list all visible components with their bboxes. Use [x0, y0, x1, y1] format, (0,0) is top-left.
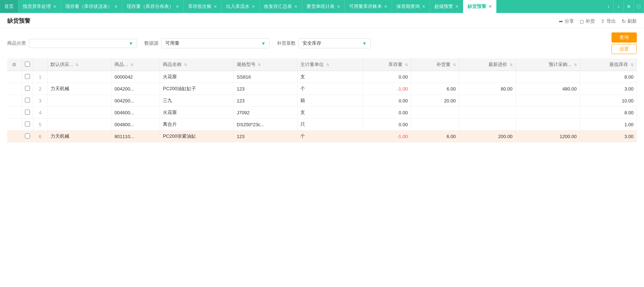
col-spec-sort[interactable]: ⇅ — [258, 63, 261, 67]
tab-close-order-stats[interactable]: ✕ — [337, 4, 340, 9]
tab-item-order-stats[interactable]: 要货单统计表✕ — [302, 0, 345, 13]
tab-close-all-btn[interactable]: ✕ — [624, 0, 634, 13]
replenish-button[interactable]: ◻ 补货 — [580, 18, 595, 25]
tab-label-expiry-query: 保质期查询 — [396, 3, 420, 10]
tab-close-inout-flow[interactable]: ✕ — [252, 4, 255, 9]
row-product-name-0: 火花塞 — [160, 71, 234, 83]
tab-close-inventory-dist[interactable]: ✕ — [176, 4, 179, 9]
col-spec-label: 规格型号 — [237, 62, 256, 67]
row-spec-0: SS816 — [234, 71, 297, 83]
tab-item-batch-account[interactable]: 库存批次账✕ — [184, 0, 222, 13]
tab-item-collect-summary[interactable]: 收发存汇总表✕ — [260, 0, 302, 13]
tab-close-overstock-warning[interactable]: ✕ — [455, 4, 458, 9]
row-unit-2: 箱 — [297, 95, 363, 107]
tab-item-inventory-status[interactable]: 现存量（库存状况表）✕ — [61, 0, 122, 13]
main-content: 缺货预警 ➦ 分享 ◻ 补货 ⇧ 导出 ↻ 刷新 商品分类 — [0, 13, 644, 287]
query-button[interactable]: 查询 — [612, 32, 637, 43]
row-checkbox-5[interactable] — [25, 133, 30, 138]
export-button[interactable]: ⇧ 导出 — [601, 18, 616, 25]
col-supplier-sort[interactable]: ⇅ — [75, 63, 78, 67]
tab-prev-btn[interactable]: ‹ — [604, 0, 614, 13]
row-stock-4: 0.00 — [363, 119, 411, 131]
row-stock-1: -1.00 — [363, 83, 411, 95]
share-button[interactable]: ➦ 分享 — [559, 18, 574, 25]
refresh-button[interactable]: ↻ 刷新 — [622, 18, 637, 25]
tab-item-shortage-warning[interactable]: 缺货预警✕ — [463, 0, 496, 13]
col-latest-price-header: 最新进价 ⇅ — [459, 58, 515, 71]
table-row: 4 004600... 火花塞 J7092 支 0.00 8.00 — [7, 107, 637, 119]
col-min-stock-label: 最低库存 — [609, 62, 628, 67]
col-product-code-header: 商品... ⇅ — [112, 58, 160, 71]
row-min-stock-1: 3.00 — [580, 83, 636, 95]
tab-close-collect-summary[interactable]: ✕ — [294, 4, 297, 9]
tab-label-inout-flow: 出入库流水 — [226, 3, 249, 10]
page-header: 缺货预警 ➦ 分享 ◻ 补货 ⇧ 导出 ↻ 刷新 — [0, 13, 644, 28]
tab-label-available-ledger: 可用量库存账本 — [349, 3, 382, 10]
row-checkbox-4[interactable] — [25, 122, 30, 127]
col-est-purchase-sort[interactable]: ⇅ — [574, 63, 577, 67]
tab-item-overstock-warning[interactable]: 超储预警✕ — [430, 0, 463, 13]
tab-close-inventory-status[interactable]: ✕ — [114, 4, 118, 9]
tab-close-shortage-warning[interactable]: ✕ — [488, 4, 492, 9]
row-product-name-3: 火花塞 — [160, 107, 234, 119]
tab-label-abnormal: 拣货异常处理 — [23, 3, 51, 10]
col-product-name-sort[interactable]: ⇅ — [184, 63, 187, 67]
col-min-stock-header: 最低库存 ⇅ — [580, 58, 636, 71]
tab-close-abnormal[interactable]: ✕ — [53, 4, 56, 9]
datasource-select[interactable]: 可用量 ▼ — [161, 38, 270, 48]
col-unit-sort[interactable]: ⇅ — [326, 63, 329, 67]
export-label: 导出 — [606, 18, 616, 25]
tab-close-expiry-query[interactable]: ✕ — [422, 4, 425, 9]
row-replenish-4 — [411, 119, 459, 131]
col-gear-header: ⚙ — [7, 58, 22, 71]
tab-item-home[interactable]: 首页 — [0, 0, 18, 13]
select-all-checkbox[interactable] — [25, 62, 30, 67]
col-latest-price-sort[interactable]: ⇅ — [510, 63, 513, 67]
row-latest-price-5: 200.00 — [459, 131, 515, 142]
row-idx-0: 1 — [33, 71, 47, 83]
row-gear-1 — [7, 83, 22, 95]
tab-item-abnormal[interactable]: 拣货异常处理✕ — [18, 0, 61, 13]
row-replenish-3 — [411, 107, 459, 119]
col-supplier-header: 默认供应... ⇅ — [47, 58, 112, 71]
row-supplier-4 — [47, 119, 112, 131]
category-filter-label: 商品分类 — [7, 40, 26, 47]
table-header-row: ⚙ 默认供应... ⇅ 商品... ⇅ — [7, 58, 637, 71]
action-buttons: 查询 设置 — [612, 32, 637, 54]
row-min-stock-3: 8.00 — [580, 107, 636, 119]
tab-expand-btn[interactable]: □ — [634, 0, 644, 13]
row-product-code-0: 0000042 — [112, 71, 160, 83]
row-checkbox-2[interactable] — [25, 98, 30, 103]
col-stock-sort[interactable]: ⇅ — [405, 63, 408, 67]
refresh-label: 刷新 — [627, 18, 637, 25]
row-checkbox-1[interactable] — [25, 86, 30, 91]
col-replenish-sort[interactable]: ⇅ — [453, 63, 456, 67]
tab-close-available-ledger[interactable]: ✕ — [384, 4, 387, 9]
col-product-code-sort[interactable]: ⇅ — [130, 63, 133, 67]
datasource-filter-group: 数据源 可用量 ▼ — [144, 38, 270, 48]
row-spec-1: 123 — [234, 83, 297, 95]
tab-next-btn[interactable]: › — [614, 0, 624, 13]
gear-icon[interactable]: ⚙ — [12, 62, 17, 67]
tab-item-inventory-dist[interactable]: 现存量（库存分布表）✕ — [122, 0, 184, 13]
row-checkbox-3[interactable] — [25, 110, 30, 115]
row-check-2 — [22, 95, 33, 107]
col-stock-label: 库存量 — [388, 62, 402, 67]
row-spec-2: 123 — [234, 95, 297, 107]
tab-close-batch-account[interactable]: ✕ — [214, 4, 217, 9]
row-unit-4: 只 — [297, 119, 363, 131]
col-min-stock-sort[interactable]: ⇅ — [631, 63, 634, 67]
row-idx-2: 3 — [33, 95, 47, 107]
tab-item-inout-flow[interactable]: 出入库流水✕ — [222, 0, 260, 13]
row-checkbox-0[interactable] — [25, 74, 30, 79]
tab-item-expiry-query[interactable]: 保质期查询✕ — [392, 0, 430, 13]
category-select[interactable]: ▼ — [29, 39, 137, 48]
row-stock-5: -1.00 — [363, 131, 411, 142]
row-check-0 — [22, 71, 33, 83]
tab-item-available-ledger[interactable]: 可用量库存账本✕ — [345, 0, 392, 13]
replenish-basis-select[interactable]: 安全库存 ▼ — [299, 38, 371, 48]
row-latest-price-4 — [459, 119, 515, 131]
tab-label-home: 首页 — [4, 3, 14, 10]
settings-button[interactable]: 设置 — [612, 44, 637, 54]
replenish-basis-filter-group: 补货基数 安全库存 ▼ — [277, 38, 371, 48]
